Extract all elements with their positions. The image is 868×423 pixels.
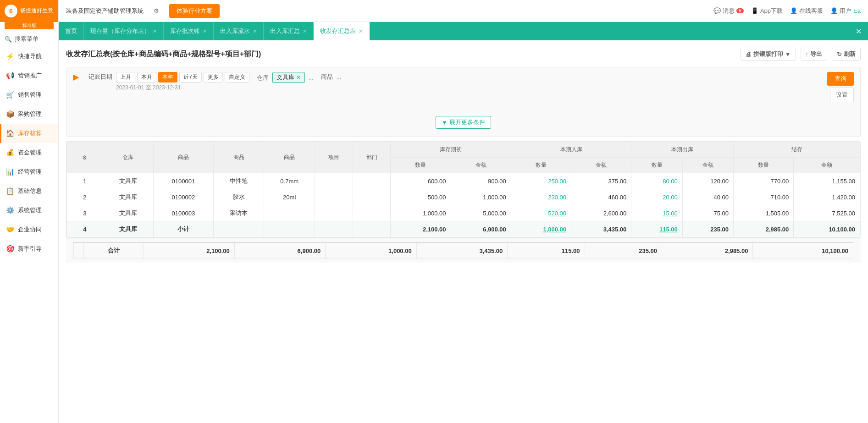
in-qty-link-1[interactable]: 250.00 xyxy=(548,178,566,185)
cell-subtotal-in-qty[interactable]: 1,000.00 xyxy=(511,221,571,237)
tab-summary-close[interactable]: ✕ xyxy=(303,28,307,34)
warehouse-tag[interactable]: 文具库 ✕ xyxy=(272,72,305,83)
table-row: 3 文具库 0100003 采访本 1,000.00 5,000.00 520.… xyxy=(67,205,860,221)
subtotal-in-qty-link[interactable]: 1,000.00 xyxy=(543,226,566,233)
tab-recv-send[interactable]: 收发存汇总表 ✕ xyxy=(314,22,370,40)
tab-summary[interactable]: 出入库汇总 ✕ xyxy=(264,22,314,40)
in-qty-link-2[interactable]: 230.00 xyxy=(548,194,566,201)
cell-out-qty-3[interactable]: 15.00 xyxy=(631,205,682,221)
sidebar-item-label: 资金管理 xyxy=(18,148,42,157)
print-button[interactable]: 🖨 拼镶版打印 ▼ xyxy=(741,48,796,60)
experience-button[interactable]: 体验行业方案 xyxy=(169,4,220,18)
in-qty-link-3[interactable]: 520.00 xyxy=(548,210,566,217)
sidebar-item-quick-nav[interactable]: ⚡ 快捷导航 xyxy=(0,47,58,66)
total-in-amt: 3,435.00 xyxy=(416,242,507,259)
goods-filter-group: 商品 ... xyxy=(321,72,342,81)
expand-more-button[interactable]: ▼ 展开更多条件 xyxy=(436,116,491,129)
cell-in-qty-3[interactable]: 520.00 xyxy=(511,205,571,221)
online-service-label: 在线客服 xyxy=(799,7,823,15)
col-in-amt-header: 金额 xyxy=(571,158,631,173)
cell-subtotal-empty3 xyxy=(315,221,353,237)
cell-subtotal-seq: 4 xyxy=(67,221,103,237)
table-settings-icon[interactable]: ⚙ xyxy=(80,153,90,163)
app-download-button[interactable]: 📱 App下载 xyxy=(751,7,783,15)
total-row: 合计 2,100.00 6,900.00 1,000.00 3,435.00 1… xyxy=(74,242,853,259)
sidebar-item-operation[interactable]: 📊 经营管理 xyxy=(0,162,58,181)
date-btn-last-month[interactable]: 上月 xyxy=(116,72,135,82)
tab-bar: 首页 现存量（库存分布表） ✕ 库存批次账 ✕ 出入库流水 ✕ 出入库汇总 ✕ … xyxy=(59,22,868,40)
tab-stock-dist-label: 现存量（库存分布表） xyxy=(90,27,150,35)
sidebar-item-guide[interactable]: 🎯 新手引导 xyxy=(0,239,58,258)
subtotal-row: 4 文具库 小计 2,100.00 6,900.00 1,000.00 xyxy=(67,221,860,237)
cell-dept-2 xyxy=(353,189,390,205)
date-btn-this-year[interactable]: 本年 xyxy=(158,72,177,82)
tab-flow-close[interactable]: ✕ xyxy=(253,28,257,34)
col-balance-qty-header: 数量 xyxy=(734,158,794,173)
col-settings-header[interactable]: ⚙ xyxy=(67,142,103,173)
sidebar-item-marketing[interactable]: 📢 营销推广 xyxy=(0,66,58,85)
date-btn-custom[interactable]: 自定义 xyxy=(225,72,249,82)
refresh-button[interactable]: ↻ 刷新 xyxy=(832,48,861,60)
tab-recv-send-close[interactable]: ✕ xyxy=(359,28,363,34)
tab-bar-close-button[interactable]: ✕ xyxy=(849,27,868,36)
cell-seq-2: 2 xyxy=(67,189,103,205)
export-button[interactable]: ↑ 导出 xyxy=(801,48,828,60)
sidebar-item-label: 新手引导 xyxy=(18,245,42,253)
sidebar-item-finance[interactable]: 💰 资金管理 xyxy=(0,143,58,162)
settings-button[interactable]: 设置 xyxy=(830,88,854,102)
top-bar-left: 装备及固定资产辅助管理系统 ⚙ 体验行业方案 xyxy=(66,4,220,18)
sidebar-item-basic[interactable]: 📋 基础信息 xyxy=(0,181,58,201)
cell-subtotal-bal-qty: 2,985.00 xyxy=(734,221,794,237)
cell-in-qty-1[interactable]: 250.00 xyxy=(511,173,571,189)
filter-bar: ▶ 记账日期 上月 本月 本年 近7天 更多 自定义 xyxy=(66,67,861,137)
print-icon: 🖨 xyxy=(746,51,752,58)
user-button[interactable]: 👤 用户 Ea xyxy=(830,7,861,15)
date-btn-more[interactable]: 更多 xyxy=(204,72,223,82)
sidebar-item-company[interactable]: 🤝 企业协同 xyxy=(0,220,58,239)
out-qty-link-2[interactable]: 20.00 xyxy=(663,194,678,201)
col-out-qty-header: 数量 xyxy=(631,158,682,173)
sidebar-item-purchase[interactable]: 📦 采购管理 xyxy=(0,104,58,124)
cell-in-qty-2[interactable]: 230.00 xyxy=(511,189,571,205)
query-button[interactable]: 查询 xyxy=(827,72,854,86)
warehouse-tag-close-icon[interactable]: ✕ xyxy=(296,74,301,81)
col-goods-code-header: 商品 xyxy=(153,142,213,173)
sidebar-item-inventory[interactable]: 🏠 库存核算 xyxy=(0,124,58,143)
col-opening-header: 库存期初 xyxy=(391,142,511,158)
tab-batch[interactable]: 库存批次账 ✕ xyxy=(164,22,214,40)
cell-out-qty-1[interactable]: 80.00 xyxy=(631,173,682,189)
tab-flow[interactable]: 出入库流水 ✕ xyxy=(214,22,264,40)
sidebar-item-sales[interactable]: 🛒 销售管理 xyxy=(0,85,58,104)
cell-project-1 xyxy=(315,173,353,189)
tab-stock-dist-close[interactable]: ✕ xyxy=(153,28,157,34)
cell-subtotal-out-qty[interactable]: 115.00 xyxy=(631,221,682,237)
filter-arrow-icon[interactable]: ▶ xyxy=(73,72,79,82)
tab-batch-close[interactable]: ✕ xyxy=(203,28,207,34)
data-table-wrapper: ⚙ 仓库 商品 商品 商品 项目 部门 库存期初 本期入库 本期出库 xyxy=(66,141,861,238)
tab-home[interactable]: 首页 xyxy=(59,22,84,40)
message-button[interactable]: 💬 消息 6 xyxy=(713,7,744,15)
search-icon: 🔍 xyxy=(5,36,12,43)
date-btn-7days[interactable]: 近7天 xyxy=(179,72,202,82)
cell-name-2: 胶水 xyxy=(214,189,264,205)
date-btn-this-month[interactable]: 本月 xyxy=(137,72,156,82)
total-table: 合计 2,100.00 6,900.00 1,000.00 3,435.00 1… xyxy=(73,242,853,259)
goods-more-button[interactable]: ... xyxy=(337,73,342,80)
cell-bal-qty-1: 770.00 xyxy=(734,173,794,189)
operation-icon: 📊 xyxy=(6,168,14,176)
online-service-button[interactable]: 👤 在线客服 xyxy=(790,7,823,15)
cell-seq-3: 3 xyxy=(67,205,103,221)
sidebar-item-system[interactable]: ⚙️ 系统管理 xyxy=(0,201,58,220)
cell-warehouse-3: 文具库 xyxy=(103,205,153,221)
out-qty-link-3[interactable]: 15.00 xyxy=(663,210,678,217)
date-buttons-row: 上月 本月 本年 近7天 更多 自定义 xyxy=(116,72,249,82)
out-qty-link-1[interactable]: 80.00 xyxy=(663,178,678,185)
table-row: 2 文具库 0100002 胶水 20ml 500.00 1,000.00 23… xyxy=(67,189,860,205)
system-settings-button[interactable]: ⚙ xyxy=(149,4,164,18)
cell-out-qty-2[interactable]: 20.00 xyxy=(631,189,682,205)
sidebar-search-item[interactable]: 🔍 搜索菜单 xyxy=(0,31,58,47)
tab-stock-dist[interactable]: 现存量（库存分布表） ✕ xyxy=(84,22,164,40)
cell-subtotal-empty1 xyxy=(214,221,264,237)
warehouse-more-button[interactable]: ... xyxy=(309,74,314,81)
subtotal-out-qty-link[interactable]: 115.00 xyxy=(659,226,678,233)
